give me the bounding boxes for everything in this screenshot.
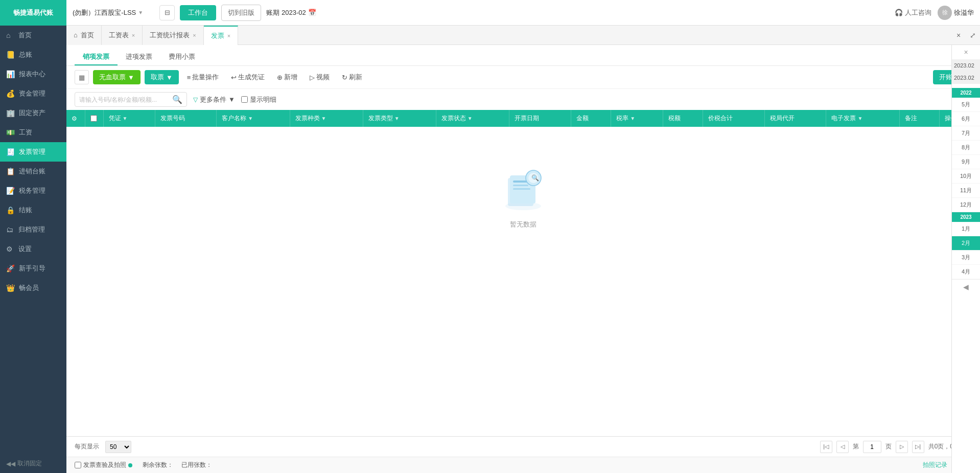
tab-expand-btn[interactable]: ⤢	[966, 28, 980, 42]
search-icon[interactable]: 🔍	[172, 95, 182, 104]
col-invoice-category[interactable]: 发票类型 ▼	[363, 110, 436, 127]
col-voucher-label: 凭证	[109, 114, 121, 123]
workspace-button[interactable]: 工作台	[180, 5, 216, 20]
sidebar-item-ledger[interactable]: 📒 总账	[0, 45, 66, 64]
month-2023-02[interactable]: 2月	[952, 236, 980, 251]
tab-salary-close-icon[interactable]: ×	[132, 32, 135, 38]
user-menu[interactable]: 徐 徐溢华	[938, 6, 974, 20]
show-detail-check[interactable]	[241, 96, 248, 103]
sidebar-item-assets[interactable]: 🏢 固定资产	[0, 103, 66, 123]
check-label[interactable]: 发票查验及拍照	[75, 461, 134, 469]
get-invoice-button[interactable]: 取票 ▼	[145, 70, 179, 84]
grid-view-btn[interactable]: ▦	[75, 70, 89, 84]
select-all-checkbox[interactable]	[90, 115, 97, 122]
invoice-type-filter-icon[interactable]: ▼	[321, 116, 326, 121]
check-checkbox[interactable]	[75, 462, 81, 468]
tab-salary-label: 工资表	[109, 31, 129, 40]
sidebar-item-member[interactable]: 👑 畅会员	[0, 278, 66, 298]
search-input[interactable]	[79, 96, 169, 103]
search-box[interactable]: 🔍	[75, 92, 187, 107]
tab-invoice[interactable]: 发票 ×	[204, 26, 238, 45]
month-2022-11[interactable]: 11月	[952, 184, 980, 198]
tab-salary-stats-close-icon[interactable]: ×	[193, 32, 196, 38]
col-invoice-type[interactable]: 发票种类 ▼	[290, 110, 363, 127]
no-invoice-button[interactable]: 无血取票 ▼	[93, 70, 141, 84]
tab-invoice-close-icon[interactable]: ×	[227, 33, 230, 39]
col-tax-rate[interactable]: 税率 ▼	[611, 110, 663, 127]
sidebar-item-settings[interactable]: ⚙ 设置	[0, 239, 66, 259]
gen-voucher-button[interactable]: ↩ 生成凭证	[227, 71, 269, 84]
subtab-expense[interactable]: 费用小票	[160, 49, 203, 65]
date-panel-expand-btn[interactable]: ◀	[952, 279, 980, 294]
first-page-btn[interactable]: |◁	[820, 441, 832, 453]
col-invoice-no: 发票号码	[155, 110, 217, 127]
tab-home[interactable]: ⌂ 首页	[66, 26, 102, 45]
new-button[interactable]: ⊕ 新增	[273, 71, 301, 84]
col-voucher[interactable]: 凭证 ▼	[103, 110, 155, 127]
video-icon: ▷	[310, 74, 315, 81]
col-checkbox[interactable]	[85, 110, 103, 127]
close-books-icon: 🔒	[6, 206, 15, 214]
company-arrow-icon: ▼	[138, 10, 143, 15]
switch-version-button[interactable]: 切到旧版	[221, 5, 261, 21]
month-2022-05[interactable]: 5月	[952, 98, 980, 112]
customer-filter-icon[interactable]: ▼	[248, 116, 253, 121]
empty-state: 🔍 暂无数据	[66, 127, 980, 270]
refresh-button[interactable]: ↻ 刷新	[338, 71, 366, 84]
e-invoice-filter-icon[interactable]: ▼	[857, 116, 862, 121]
company-selector[interactable]: (勿删）江西股宝-LSS ▼	[73, 8, 154, 17]
sidebar-item-tax[interactable]: 📝 税务管理	[0, 181, 66, 200]
month-2023-03[interactable]: 3月	[952, 251, 980, 265]
sidebar-label-guide: 新手引导	[19, 264, 45, 273]
batch-op-button[interactable]: ≡ 批量操作	[183, 71, 223, 84]
sidebar-item-reports[interactable]: 📊 报表中心	[0, 64, 66, 84]
sidebar-item-archive[interactable]: 🗂 归档管理	[0, 220, 66, 239]
col-customer[interactable]: 客户名称 ▼	[217, 110, 290, 127]
video-button[interactable]: ▷ 视频	[306, 71, 334, 84]
month-2022-06[interactable]: 6月	[952, 112, 980, 126]
tab-close-btn[interactable]: ×	[951, 28, 966, 42]
sidebar-item-home[interactable]: ⌂ 首页	[0, 26, 66, 45]
prev-page-btn[interactable]: ◁	[836, 441, 849, 453]
sidebar-label-reports: 报表中心	[19, 70, 45, 79]
sidebar-item-invoice[interactable]: 🧾 发票管理	[0, 142, 66, 162]
recharge-link[interactable]: 拍照记录	[923, 461, 947, 469]
month-2022-09[interactable]: 9月	[952, 155, 980, 169]
month-2022-07[interactable]: 7月	[952, 126, 980, 141]
col-settings[interactable]: ⚙	[66, 110, 85, 127]
last-page-btn[interactable]: ▷|	[912, 441, 924, 453]
sidebar-item-funds[interactable]: 💰 资金管理	[0, 84, 66, 103]
sidebar-label-ledger: 总账	[19, 50, 32, 59]
more-filters-button[interactable]: ▽ 更多条件 ▼	[193, 95, 235, 104]
invoice-category-filter-icon[interactable]: ▼	[394, 116, 400, 121]
month-2023-01[interactable]: 1月	[952, 222, 980, 236]
invoice-table: ⚙ 凭证 ▼	[66, 110, 980, 127]
invoice-status-filter-icon[interactable]: ▼	[468, 116, 473, 121]
month-2022-10[interactable]: 10月	[952, 169, 980, 184]
col-e-invoice[interactable]: 电子发票 ▼	[826, 110, 899, 127]
tab-salary[interactable]: 工资表 ×	[102, 26, 143, 45]
sidebar-label-invoice: 发票管理	[19, 147, 45, 156]
service-button[interactable]: 🎧 人工咨询	[895, 8, 931, 17]
subtab-purchase[interactable]: 进项发票	[118, 49, 160, 65]
sidebar-collapse[interactable]: ◀◀ 取消固定	[0, 454, 66, 473]
tax-rate-filter-icon[interactable]: ▼	[630, 116, 635, 121]
voucher-filter-icon[interactable]: ▼	[123, 116, 128, 121]
month-2022-12[interactable]: 12月	[952, 198, 980, 212]
date-panel-close-btn[interactable]: ×	[952, 45, 980, 59]
month-2023-04[interactable]: 4月	[952, 265, 980, 279]
sidebar-item-salary[interactable]: 💵 工资	[0, 123, 66, 142]
sidebar-item-guide[interactable]: 🚀 新手引导	[0, 259, 66, 278]
video-label: 视频	[316, 73, 330, 82]
copy-icon-btn[interactable]: ⊟	[159, 5, 175, 20]
show-detail-checkbox[interactable]: 显示明细	[241, 95, 276, 104]
next-page-btn[interactable]: ▷	[896, 441, 908, 453]
month-2022-08[interactable]: 8月	[952, 141, 980, 155]
tab-salary-stats[interactable]: 工资统计报表 ×	[143, 26, 203, 45]
per-page-select[interactable]: 50 20 100	[105, 441, 131, 453]
sidebar-item-close[interactable]: 🔒 结账	[0, 200, 66, 220]
subtab-sales[interactable]: 销项发票	[75, 49, 118, 65]
sidebar-item-sales[interactable]: 📋 进销台账	[0, 162, 66, 181]
page-number-input[interactable]	[863, 441, 881, 453]
col-invoice-status[interactable]: 发票状态 ▼	[436, 110, 509, 127]
